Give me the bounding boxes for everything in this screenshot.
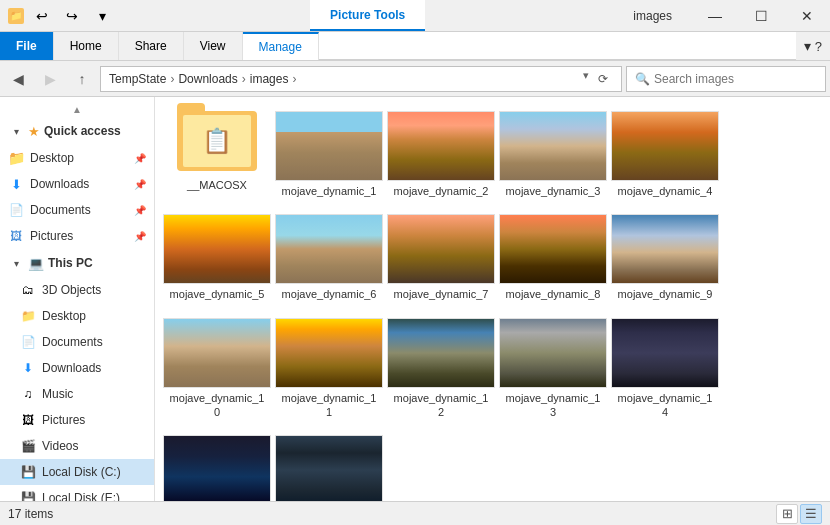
qat-down[interactable]: ▾ [90,4,114,28]
file-label: __MACOSX [187,178,247,192]
image-thumbnail-5 [163,214,271,284]
ribbon-tab-file[interactable]: File [0,32,54,60]
sidebar-item-music[interactable]: ♫ Music [0,381,154,407]
qat-redo[interactable]: ↪ [60,4,84,28]
sidebar-item-downloads-pc[interactable]: ⬇ Downloads [0,355,154,381]
local-disk-c-icon: 💾 [20,464,36,480]
3d-objects-icon: 🗂 [20,282,36,298]
title-bar: 📁 ↩ ↪ ▾ Picture Tools images — ☐ ✕ [0,0,830,32]
local-disk-e-icon: 💾 [20,490,36,501]
view-buttons: ⊞ ☰ [776,504,822,524]
file-item-mojave-1[interactable]: mojave_dynamic_1 [275,105,383,204]
music-icon: ♫ [20,386,36,402]
image-thumbnail-1 [275,111,383,181]
title-tabs: Picture Tools [122,0,613,31]
image-thumbnail-7 [387,214,495,284]
sidebar-item-pictures-pc[interactable]: 🖼 Pictures [0,407,154,433]
image-thumbnail-13 [499,318,607,388]
file-label-13: mojave_dynamic_13 [503,391,603,420]
sidebar-section-this-pc[interactable]: ▾ 💻 This PC [0,249,154,277]
image-thumbnail-4 [611,111,719,181]
window-title: images [613,0,692,31]
search-input[interactable] [654,72,817,86]
content-area[interactable]: 📋 __MACOSX mojave_dynamic_1 mojave_dynam… [155,97,830,501]
ribbon-tab-view[interactable]: View [184,32,243,60]
sidebar-item-local-disk-e[interactable]: 💾 Local Disk (E:) [0,485,154,501]
file-item-mojave-2[interactable]: mojave_dynamic_2 [387,105,495,204]
sidebar-item-pictures-qa[interactable]: 🖼 Pictures 📌 [0,223,154,249]
maximize-button[interactable]: ☐ [738,0,784,31]
sidebar-item-desktop-pc[interactable]: 📁 Desktop [0,303,154,329]
file-item-mojave-9[interactable]: mojave_dynamic_9 [611,208,719,307]
forward-button[interactable]: ▶ [36,65,64,93]
title-tab-picture-tools[interactable]: Picture Tools [310,0,425,31]
file-item-mojave-6[interactable]: mojave_dynamic_6 [275,208,383,307]
ribbon-tab-home[interactable]: Home [54,32,119,60]
file-label-1: mojave_dynamic_1 [282,184,377,198]
file-item-mojave-13[interactable]: mojave_dynamic_13 [499,312,607,426]
path-item-images[interactable]: images [250,72,289,86]
up-button[interactable]: ↑ [68,65,96,93]
sidebar-item-desktop-qa[interactable]: 📁 Desktop 📌 [0,145,154,171]
file-item-macosx[interactable]: 📋 __MACOSX [163,105,271,204]
file-item-mojave-10[interactable]: mojave_dynamic_10 [163,312,271,426]
sidebar-item-videos[interactable]: 🎬 Videos [0,433,154,459]
file-item-mojave-11[interactable]: mojave_dynamic_11 [275,312,383,426]
file-label-10: mojave_dynamic_10 [167,391,267,420]
sidebar-item-local-disk-c[interactable]: 💾 Local Disk (C:) [0,459,154,485]
file-label-11: mojave_dynamic_11 [279,391,379,420]
file-label-3: mojave_dynamic_3 [506,184,601,198]
minimize-button[interactable]: — [692,0,738,31]
status-bar: 17 items ⊞ ☰ [0,501,830,525]
ribbon-help-icon[interactable]: ? [815,39,822,54]
desktop-icon: 📁 [20,308,36,324]
sidebar-item-3d-objects[interactable]: 🗂 3D Objects [0,277,154,303]
documents-icon: 📄 [8,202,24,218]
pin-icon: 📌 [134,153,146,164]
close-button[interactable]: ✕ [784,0,830,31]
file-item-mojave-7[interactable]: mojave_dynamic_7 [387,208,495,307]
folder-blue-icon: 📁 [8,150,24,166]
image-thumbnail-2 [387,111,495,181]
file-item-mojave-3[interactable]: mojave_dynamic_3 [499,105,607,204]
file-item-mojave-15[interactable]: mojave_dynamic_15 [163,429,271,501]
sidebar-scroll-up[interactable]: ▲ [0,101,154,117]
sidebar: ▲ ▾ ★ Quick access 📁 Desktop 📌 ⬇ Downloa… [0,97,155,501]
thumbnail-view-button[interactable]: ⊞ [776,504,798,524]
path-dropdown-icon[interactable]: ▾ [583,69,589,89]
ribbon-collapse-arrow[interactable]: ▾ [804,38,811,54]
path-item-tempstate[interactable]: TempState [109,72,166,86]
file-item-mojave-16[interactable]: mojave_dynamic_16 [275,429,383,501]
image-thumbnail-6 [275,214,383,284]
file-label-5: mojave_dynamic_5 [170,287,265,301]
qat-undo[interactable]: ↩ [30,4,54,28]
file-item-mojave-14[interactable]: mojave_dynamic_14 [611,312,719,426]
file-item-mojave-5[interactable]: mojave_dynamic_5 [163,208,271,307]
folder-tab [177,103,205,113]
image-thumbnail-15 [163,435,271,501]
list-view-button[interactable]: ☰ [800,504,822,524]
quick-access-expand-icon: ▾ [8,123,24,139]
path-dropdowns: ▾ ⟳ [583,69,613,89]
file-item-mojave-12[interactable]: mojave_dynamic_12 [387,312,495,426]
refresh-button[interactable]: ⟳ [593,69,613,89]
folder-inner: 📋 [183,115,251,167]
image-thumbnail-3 [499,111,607,181]
back-button[interactable]: ◀ [4,65,32,93]
image-thumbnail-16 [275,435,383,501]
path-item-downloads[interactable]: Downloads [178,72,237,86]
downloads-icon: ⬇ [8,176,24,192]
ribbon-tab-share[interactable]: Share [119,32,184,60]
search-box[interactable]: 🔍 [626,66,826,92]
sidebar-section-quick-access[interactable]: ▾ ★ Quick access [0,117,154,145]
file-item-mojave-4[interactable]: mojave_dynamic_4 [611,105,719,204]
file-item-mojave-8[interactable]: mojave_dynamic_8 [499,208,607,307]
sidebar-item-downloads-qa[interactable]: ⬇ Downloads 📌 [0,171,154,197]
ribbon-spacer [319,32,796,60]
title-bar-left: 📁 ↩ ↪ ▾ [0,0,122,31]
pictures-icon: 🖼 [8,228,24,244]
sidebar-item-documents-pc[interactable]: 📄 Documents [0,329,154,355]
ribbon-tab-manage[interactable]: Manage [243,32,319,60]
address-path[interactable]: TempState › Downloads › images › ▾ ⟳ [100,66,622,92]
sidebar-item-documents-qa[interactable]: 📄 Documents 📌 [0,197,154,223]
